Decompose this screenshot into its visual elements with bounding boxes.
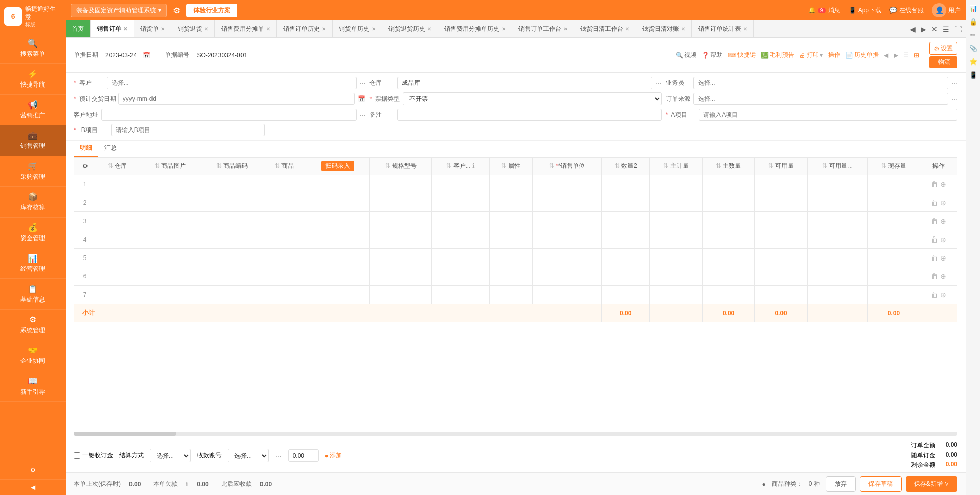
row-avail[interactable] <box>755 193 807 212</box>
customer-input[interactable] <box>107 77 357 89</box>
delivery-date-input[interactable] <box>118 93 355 105</box>
row-main-qty[interactable] <box>702 175 754 193</box>
receipt-amount-input[interactable] <box>288 449 319 462</box>
row-main-qty[interactable] <box>702 267 754 286</box>
row-attr[interactable] <box>489 286 532 304</box>
sidebar-item-purchase[interactable]: 🛒 采购管理 <box>0 156 66 187</box>
delete-row-btn[interactable]: 🗑 <box>931 217 938 225</box>
row-product-code[interactable] <box>201 249 263 267</box>
sidebar-item-shortcut[interactable]: ⚡ 快捷导航 <box>0 64 66 95</box>
sidebar-item-basic[interactable]: 📋 基础信息 <box>0 279 66 310</box>
delete-row-btn[interactable]: 🗑 <box>931 235 938 244</box>
row-qty2[interactable] <box>602 230 650 249</box>
row-main-qty[interactable] <box>702 193 754 212</box>
sidebar-item-search[interactable]: 🔍 搜索菜单 <box>0 33 66 64</box>
row-avail2[interactable] <box>807 193 867 212</box>
order-source-input[interactable] <box>693 93 949 105</box>
tab-close-icon[interactable]: ✕ <box>427 26 431 32</box>
row-qty2[interactable] <box>602 286 650 304</box>
row-main-unit[interactable] <box>650 230 702 249</box>
discard-btn[interactable]: 放弃 <box>826 476 856 492</box>
sidebar-settings-btn[interactable]: ⚙ <box>0 462 66 480</box>
grid-view-btn[interactable]: ⊞ <box>914 52 919 59</box>
detail-tab-detail[interactable]: 明细 <box>74 141 98 157</box>
tab-invoice-history[interactable]: 销货单历史 ✕ <box>333 20 382 37</box>
row-product-img[interactable] <box>139 230 201 249</box>
tab-close-icon[interactable]: ✕ <box>502 26 506 32</box>
nav-prev-btn[interactable]: ◀ <box>884 52 888 59</box>
row-avail2[interactable] <box>807 212 867 230</box>
help-btn[interactable]: ❓ 帮助 <box>702 51 723 59</box>
row-current[interactable] <box>867 193 920 212</box>
nav-next-btn[interactable]: ▶ <box>894 52 898 59</box>
col-settings[interactable]: ⚙ <box>74 158 96 175</box>
tab-sales-expense[interactable]: 销售费用分摊单 ✕ <box>215 20 277 37</box>
tab-close-icon[interactable]: ✕ <box>266 26 270 32</box>
row-spec[interactable] <box>370 230 432 249</box>
right-tool-clip[interactable]: 📎 <box>967 42 979 54</box>
delete-row-btn[interactable]: 🗑 <box>931 272 938 281</box>
row-customer-code[interactable] <box>432 212 489 230</box>
sidebar-item-inventory[interactable]: 📦 库存核算 <box>0 187 66 218</box>
row-warehouse[interactable] <box>96 212 139 230</box>
tab-prev-btn[interactable]: ◀ <box>908 24 918 34</box>
one-click-checkbox[interactable] <box>74 452 80 459</box>
row-avail[interactable] <box>755 249 807 267</box>
delete-row-btn[interactable]: 🗑 <box>931 291 938 299</box>
row-spec[interactable] <box>370 286 432 304</box>
one-click-checkbox-label[interactable]: 一键收订金 <box>74 451 113 460</box>
row-scan[interactable] <box>306 249 370 267</box>
row-sales-unit[interactable] <box>532 267 601 286</box>
tab-sales-invoice[interactable]: 销货单 ✕ <box>134 20 171 37</box>
row-attr[interactable] <box>489 212 532 230</box>
right-tool-star[interactable]: ⭐ <box>967 55 979 68</box>
row-current[interactable] <box>867 267 920 286</box>
row-avail2[interactable] <box>807 267 867 286</box>
view-btn[interactable]: 🔍 视频 <box>676 51 696 59</box>
staff-more-icon[interactable]: ··· <box>951 79 957 87</box>
right-tool-phone[interactable]: 📱 <box>967 69 979 81</box>
row-customer-code[interactable] <box>432 267 489 286</box>
tab-close-icon[interactable]: ✕ <box>123 26 127 32</box>
row-avail[interactable] <box>755 267 807 286</box>
delete-row-btn[interactable]: 🗑 <box>931 199 938 207</box>
row-sales-unit[interactable] <box>532 193 601 212</box>
row-customer-code[interactable] <box>432 286 489 304</box>
gear-button[interactable]: ⚙ <box>171 4 182 17</box>
sort-icon[interactable]: ⇅ <box>501 162 506 169</box>
tab-return-history[interactable]: 销货退货历史 ✕ <box>382 20 438 37</box>
row-sales-unit[interactable] <box>532 212 601 230</box>
sidebar-item-cooperate[interactable]: 🤝 企业协同 <box>0 340 66 371</box>
row-sales-unit[interactable] <box>532 230 601 249</box>
customer-address-input[interactable] <box>101 109 357 121</box>
row-main-unit[interactable] <box>650 267 702 286</box>
sort-icon[interactable]: ⇅ <box>549 162 554 169</box>
scroll-thumb[interactable] <box>74 432 176 436</box>
sidebar-item-finance[interactable]: 💰 资金管理 <box>0 218 66 248</box>
row-product-img[interactable] <box>139 286 201 304</box>
row-attr[interactable] <box>489 175 532 193</box>
row-warehouse[interactable] <box>96 267 139 286</box>
warehouse-input[interactable] <box>397 77 652 89</box>
row-warehouse[interactable] <box>96 230 139 249</box>
row-warehouse[interactable] <box>96 249 139 267</box>
row-spec[interactable] <box>370 249 432 267</box>
right-tool-edit[interactable]: ✏ <box>967 29 979 41</box>
row-customer-code[interactable] <box>432 230 489 249</box>
row-attr[interactable] <box>489 230 532 249</box>
tab-sales-statistics[interactable]: 销售订单统计表 ✕ <box>692 20 754 37</box>
row-product[interactable] <box>263 267 306 286</box>
sort-icon[interactable]: ⇅ <box>385 162 390 169</box>
row-product-code[interactable] <box>201 175 263 193</box>
col-settings-icon[interactable]: ⚙ <box>82 163 88 170</box>
row-product-img[interactable] <box>139 175 201 193</box>
row-scan[interactable] <box>306 193 370 212</box>
tab-order-workbench[interactable]: 销售订单工作台 ✕ <box>512 20 574 37</box>
row-product-img[interactable] <box>139 193 201 212</box>
row-avail[interactable] <box>755 212 807 230</box>
calendar-icon[interactable]: 📅 <box>143 52 150 59</box>
sort-icon[interactable]: ⇅ <box>155 162 160 169</box>
tab-expense-history[interactable]: 销售费用分摊单历史 ✕ <box>438 20 512 37</box>
sort-icon[interactable]: ⇅ <box>216 162 222 169</box>
logistics-btn[interactable]: + 物流 <box>929 56 957 68</box>
